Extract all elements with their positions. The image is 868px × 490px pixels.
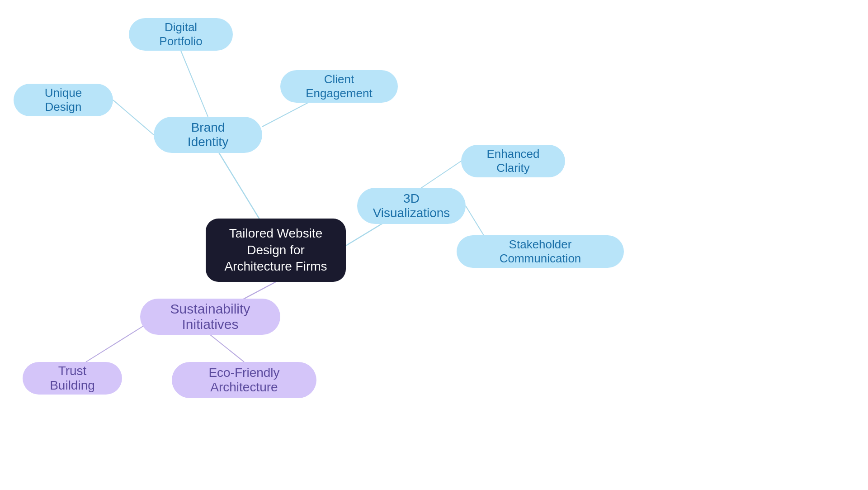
sustainability-initiatives-node: Sustainability Initiatives — [140, 299, 280, 335]
svg-line-2 — [113, 100, 154, 135]
central-node: Tailored Website Design for Architecture… — [206, 219, 346, 282]
3d-visualizations-node: 3D Visualizations — [357, 188, 466, 224]
stakeholder-communication-node: Stakeholder Communication — [457, 235, 624, 268]
unique-design-node: Unique Design — [14, 84, 113, 116]
brand-identity-node: Brand Identity — [154, 117, 262, 153]
svg-line-6 — [466, 206, 484, 235]
eco-friendly-architecture-node: Eco-Friendly Architecture — [172, 362, 316, 398]
client-engagement-node: Client Engagement — [280, 70, 398, 103]
svg-line-1 — [181, 51, 208, 117]
enhanced-clarity-node: Enhanced Clarity — [461, 145, 565, 177]
svg-line-9 — [210, 335, 244, 362]
trust-building-node: Trust Building — [23, 362, 122, 395]
digital-portfolio-node: Digital Portfolio — [129, 18, 233, 51]
